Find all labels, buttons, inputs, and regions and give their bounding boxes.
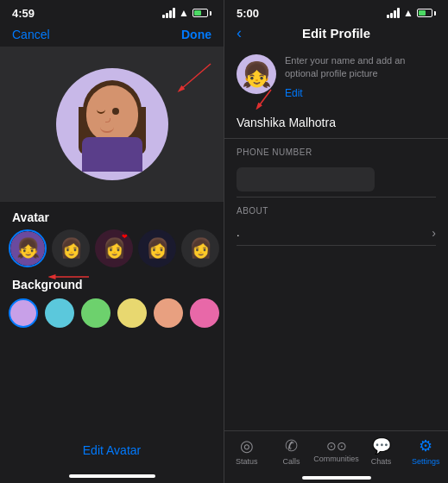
avatar-option-3[interactable]: 👩 ❤ ❤: [95, 229, 133, 267]
home-indicator-right: [302, 476, 371, 480]
name-field-container: [224, 110, 448, 139]
status-tab-icon: ◎: [240, 436, 254, 455]
back-button[interactable]: ‹: [237, 24, 242, 42]
color-swatch-pink[interactable]: [190, 298, 219, 328]
color-swatch-salmon[interactable]: [154, 298, 183, 328]
settings-tab-label: Settings: [412, 457, 440, 466]
tab-bar: ◎ Status ✆ Calls ⊙⊙ Communities 💬 Chats …: [224, 430, 448, 474]
communities-tab-label: Communities: [313, 455, 359, 463]
avatar-body: [73, 77, 151, 172]
phone-number-section: PHONE NUMBER: [224, 139, 448, 198]
avatar-section-label: Avatar: [0, 202, 224, 229]
chats-tab-label: Chats: [371, 457, 392, 466]
avatar-option-5[interactable]: 👩: [181, 229, 219, 267]
calls-tab-icon: ✆: [285, 436, 298, 455]
bottom-left: Edit Avatar: [0, 335, 224, 474]
name-input[interactable]: [237, 110, 436, 135]
tab-communities[interactable]: ⊙⊙ Communities: [313, 439, 359, 463]
status-time-right: 5:00: [237, 7, 259, 20]
color-swatch-purple[interactable]: [9, 298, 38, 328]
svg-line-5: [258, 90, 271, 107]
profile-avatar-container: 👧: [237, 54, 276, 94]
left-panel: 4:59 ▲ Cancel Done: [0, 0, 224, 483]
phone-number-row: [237, 162, 436, 198]
profile-avatar-icon: 👧: [242, 60, 272, 89]
profile-right-info: Enter your name and add an optional prof…: [285, 54, 436, 100]
profile-hint: Enter your name and add an optional prof…: [285, 54, 436, 81]
color-options: [0, 298, 224, 335]
chevron-right-icon: ›: [432, 226, 436, 240]
avatar-option-4[interactable]: 👩: [138, 229, 176, 267]
color-swatch-green[interactable]: [81, 298, 110, 328]
status-tab-label: Status: [236, 457, 258, 466]
calls-tab-label: Calls: [282, 457, 300, 466]
about-label: ABOUT: [237, 206, 436, 216]
status-bar-right: 5:00 ▲: [224, 0, 448, 24]
color-swatch-yellow[interactable]: [117, 298, 147, 328]
tab-calls[interactable]: ✆ Calls: [269, 436, 314, 466]
settings-tab-icon: ⚙: [419, 436, 432, 455]
avatar-option-1[interactable]: 👧: [9, 229, 47, 267]
battery-icon-right: [417, 9, 436, 17]
color-swatch-cyan[interactable]: [45, 298, 74, 328]
right-panel: 5:00 ▲ ‹ Edit Profile 👧: [224, 0, 448, 483]
phone-number-box: [237, 167, 375, 191]
battery-icon: [192, 9, 211, 17]
status-bar-left: 4:59 ▲: [0, 0, 224, 24]
avatar-head: [86, 85, 138, 141]
avatar-preview-area: [0, 47, 224, 202]
about-row[interactable]: . ›: [237, 221, 436, 246]
avatar-torso: [82, 137, 142, 172]
avatar-option-2[interactable]: 👩: [52, 229, 90, 267]
avatar-circle: [56, 68, 168, 180]
status-icons-left: ▲: [162, 7, 211, 19]
top-bar-right: ‹ Edit Profile: [224, 24, 448, 47]
background-arrow: [47, 267, 91, 286]
avatar-right-eye: [112, 108, 119, 115]
edit-arrow: [254, 88, 288, 110]
signal-icon: [162, 8, 175, 18]
tab-status[interactable]: ◎ Status: [224, 436, 269, 466]
wifi-icon-right: ▲: [403, 7, 413, 19]
avatar-mouth: [100, 127, 114, 133]
chats-tab-icon: 💬: [372, 436, 391, 455]
phone-number-label: PHONE NUMBER: [237, 147, 436, 157]
communities-tab-icon: ⊙⊙: [326, 439, 347, 453]
svg-line-1: [180, 64, 211, 90]
arrow-indicator: [167, 60, 215, 98]
about-section: ABOUT . ›: [224, 198, 448, 246]
cancel-button[interactable]: Cancel: [12, 28, 50, 41]
signal-icon-right: [387, 8, 400, 18]
avatar-nose: [105, 118, 110, 122]
edit-avatar-button[interactable]: Edit Avatar: [83, 443, 141, 457]
avatar-left-eye: [97, 110, 105, 114]
page-title: Edit Profile: [302, 26, 370, 41]
home-indicator-left: [69, 474, 155, 478]
avatar-options: 👧 👩 👩 ❤ ❤ 👩 👩: [0, 229, 224, 274]
top-bar-left: Cancel Done: [0, 24, 224, 47]
wifi-icon: ▲: [179, 7, 189, 19]
background-section-label: Background: [0, 274, 224, 298]
done-button[interactable]: Done: [181, 28, 211, 41]
tab-chats[interactable]: 💬 Chats: [359, 436, 404, 466]
about-value: .: [237, 226, 240, 239]
status-icons-right: ▲: [387, 7, 436, 19]
spacer: [224, 246, 448, 430]
tab-settings[interactable]: ⚙ Settings: [403, 436, 448, 466]
profile-header: 👧 Enter your name and add an optional pr…: [224, 47, 448, 110]
status-time-left: 4:59: [12, 7, 35, 20]
